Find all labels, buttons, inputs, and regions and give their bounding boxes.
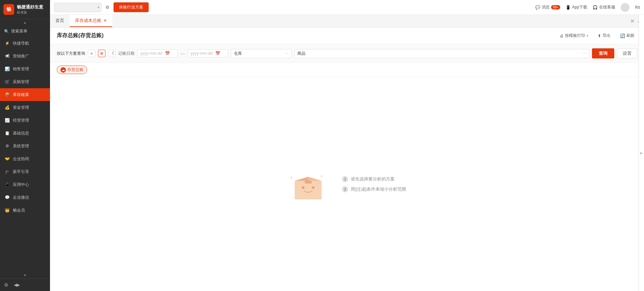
- message-badge: 99+: [551, 5, 560, 9]
- clipboard-icon: 📋: [4, 130, 10, 136]
- empty-illustration-svg: ✦ ✦ ✦: [288, 164, 328, 204]
- svg-text:✦: ✦: [320, 174, 323, 178]
- topbar-settings-button[interactable]: ⚙: [103, 3, 112, 12]
- sidebar-item-cooperation[interactable]: 🤝 企业协同: [0, 152, 50, 165]
- page-actions: 🖨 按模板打印 ▾ ⬆ 导出 🔄 刷新: [557, 31, 637, 40]
- sidebar-item-basic-info[interactable]: 📋 基础信息: [0, 127, 50, 140]
- megaphone-icon: 📢: [4, 53, 10, 59]
- breadcrumb-input[interactable]: [54, 3, 101, 12]
- phone-icon: 📱: [4, 181, 10, 188]
- sidebar-item-inventory[interactable]: 📦 库存核算: [0, 88, 50, 101]
- sidebar-item-tutorial[interactable]: 🎓 新手引导: [0, 165, 50, 178]
- sidebar-item-finance[interactable]: 💰 资金管理: [0, 101, 50, 114]
- gear-icon: ⚙: [4, 143, 10, 149]
- crown-icon: 👑: [4, 207, 10, 213]
- filter-delete-button[interactable]: ⊗: [98, 50, 105, 57]
- graduate-icon: 🎓: [4, 169, 10, 175]
- query-button[interactable]: 查询: [592, 48, 614, 58]
- date-end-input[interactable]: yyyy-mm-dd 📅: [188, 49, 228, 57]
- trend-icon: 📈: [4, 117, 10, 123]
- message-icon: 💬: [535, 5, 540, 10]
- svg-text:✦: ✦: [318, 182, 320, 185]
- sidebar-item-appstore[interactable]: 📱 应用中心: [0, 178, 50, 191]
- tab-inventory-ledger[interactable]: 库存成本总账 ✕: [70, 15, 112, 27]
- print-button[interactable]: 🖨 按模板打印 ▾: [557, 31, 591, 40]
- user-avatar[interactable]: [621, 3, 629, 12]
- sidebar-item-wechat[interactable]: 💬 企业微信: [0, 191, 50, 204]
- product-select[interactable]: 商品 ···: [294, 49, 589, 58]
- step-1-num: 1: [342, 176, 348, 182]
- svg-marker-2: [308, 177, 322, 181]
- app-logo: 畅 畅捷通好生意 标准版: [0, 0, 50, 19]
- empty-state: ✦ ✦ ✦ 1 请先选择要分析的方案 2 用[过滤]条件来缩小分析范: [50, 77, 644, 291]
- sidebar-item-operations[interactable]: 📈 经营管理: [0, 114, 50, 127]
- svg-point-5: [312, 186, 315, 189]
- export-button[interactable]: ⬆ 导出: [595, 31, 613, 40]
- settings-bottom-icon[interactable]: ⚙: [4, 282, 8, 288]
- empty-illustration: ✦ ✦ ✦: [288, 164, 328, 204]
- date-separator: —: [180, 51, 185, 56]
- export-icon: ⬆: [598, 33, 601, 38]
- sidebar: 畅 畅捷通好生意 标准版 ▲ 🔍 搜索菜单 ⚡ 快捷导航 📢 营销推广 📊 销售…: [0, 0, 50, 291]
- warehouse-more-icon: ···: [285, 51, 289, 56]
- sidebar-scroll-up[interactable]: ▲: [0, 19, 50, 26]
- logo-text: 畅捷通好生意 标准版: [17, 4, 43, 15]
- main-area: ▾ ⚙ 体验行业方案 💬 消息 99+ 📱 App下载 🎧 在线客服 Rit: [50, 0, 644, 291]
- headset-icon: 🎧: [593, 5, 598, 10]
- panel-close-button[interactable]: ✕: [630, 18, 635, 24]
- chevron-down-icon: ▾: [98, 5, 99, 9]
- empty-step-2: 2 用[过滤]条件来缩小分析范围: [342, 186, 406, 192]
- sidebar-item-member[interactable]: 👑 畅会员: [0, 204, 50, 217]
- cart-icon: 🛒: [4, 79, 10, 85]
- breadcrumb: ▾ ⚙ 体验行业方案: [54, 2, 532, 12]
- money-icon: 💰: [4, 104, 10, 111]
- handshake-icon: 🤝: [4, 156, 10, 162]
- panel-expand-icon: ▶: [640, 151, 643, 155]
- refresh-button[interactable]: 🔄 刷新: [617, 31, 637, 40]
- sidebar-bottom: ⚙ ◀▶: [0, 278, 50, 291]
- sidebar-search[interactable]: 🔍 搜索菜单: [0, 26, 50, 37]
- chart-icon: 📊: [4, 66, 10, 72]
- sidebar-item-sales[interactable]: 📊 销售管理: [0, 63, 50, 75]
- date-label: 记账日期: [118, 51, 134, 56]
- warehouse-select[interactable]: 仓库 ···: [231, 49, 292, 58]
- page-header: 库存总账(存货总账) 🖨 按模板打印 ▾ ⬆ 导出 🔄 刷新: [50, 27, 644, 44]
- message-item[interactable]: 💬 消息 99+: [535, 4, 560, 10]
- sidebar-item-quick-nav[interactable]: ⚡ 快捷导航: [0, 37, 50, 50]
- right-panel-toggle[interactable]: ▶: [639, 15, 644, 291]
- tab-close-icon[interactable]: ✕: [103, 18, 107, 23]
- filter-collapse-button[interactable]: 《: [108, 50, 116, 57]
- filter-add-button[interactable]: +: [88, 50, 95, 57]
- calendar-start-icon: 📅: [165, 51, 170, 56]
- settings-button[interactable]: 设置: [617, 48, 637, 58]
- filter-label: 按以下方案查询: [57, 51, 85, 56]
- empty-steps-list: 1 请先选择要分析的方案 2 用[过滤]条件来缩小分析范围: [342, 176, 406, 192]
- online-service-item[interactable]: 🎧 在线客服: [593, 4, 615, 10]
- sidebar-nav: ⚡ 快捷导航 📢 营销推广 📊 销售管理 🛒 采购管理 📦 库存核算 💰 资金管…: [0, 37, 50, 272]
- box-icon: 📦: [4, 92, 10, 98]
- sidebar-item-marketing[interactable]: 📢 营销推广: [0, 50, 50, 63]
- calendar-end-icon: 📅: [215, 51, 220, 56]
- search-icon: 🔍: [4, 29, 9, 34]
- sidebar-item-system[interactable]: ⚙ 系统管理: [0, 140, 50, 152]
- svg-rect-3: [305, 181, 312, 184]
- date-start-input[interactable]: yyyy-mm-dd 📅: [137, 49, 178, 57]
- logo-icon: 畅: [3, 4, 14, 15]
- breadcrumb-wrapper: ▾: [54, 3, 101, 12]
- print-dropdown-icon: ▾: [587, 34, 588, 38]
- filter-bar: 按以下方案查询 + ⊗ 《 记账日期 yyyy-mm-dd 📅 — yyyy-m…: [50, 44, 644, 63]
- app-download-item[interactable]: 📱 App下载: [566, 4, 587, 10]
- step-2-num: 2: [342, 186, 348, 192]
- print-icon: 🖨: [560, 33, 564, 38]
- sub-filter-tag[interactable]: ☁ 存货总账: [57, 66, 87, 74]
- phone-download-icon: 📱: [566, 5, 571, 10]
- user-name: Rit: [635, 5, 640, 10]
- collapse-icon[interactable]: ◀▶: [14, 283, 20, 287]
- settings-icon: ⚙: [105, 5, 109, 10]
- refresh-icon: 🔄: [620, 33, 625, 38]
- trial-button[interactable]: 体验行业方案: [114, 2, 149, 12]
- tab-bar: 首页 库存成本总账 ✕ ✕ ⤢: [50, 15, 644, 27]
- sidebar-scroll-down[interactable]: ▼: [0, 272, 50, 278]
- sidebar-item-purchase[interactable]: 🛒 采购管理: [0, 75, 50, 88]
- tab-home[interactable]: 首页: [50, 15, 70, 27]
